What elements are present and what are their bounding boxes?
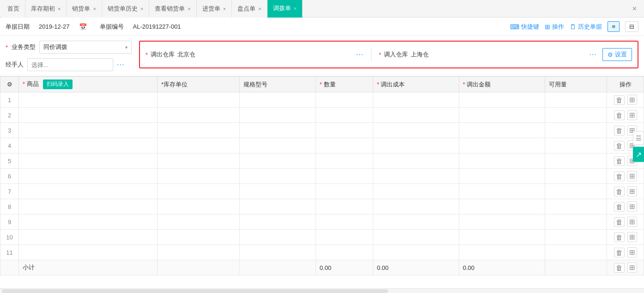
row-8-product[interactable] <box>19 199 158 214</box>
row-9-spec[interactable] <box>239 214 316 230</box>
tab-sales-history[interactable]: 销货单历史 × <box>102 0 149 18</box>
side-list-btn[interactable]: ☰ <box>633 131 644 145</box>
row-9-amount[interactable] <box>459 214 545 230</box>
row-11-product[interactable] <box>19 245 158 260</box>
handler-input[interactable] <box>27 58 113 71</box>
row-11-available[interactable] <box>545 245 607 260</box>
row-9-qty[interactable] <box>316 214 373 230</box>
row-1-qty[interactable] <box>316 92 373 108</box>
tab-inventory-init-close[interactable]: × <box>58 6 61 12</box>
copy-row-1-btn[interactable]: ⊞ <box>627 95 637 105</box>
row-11-spec[interactable] <box>239 245 316 260</box>
warehouse-out-more-btn[interactable]: ··· <box>356 50 364 59</box>
row-6-available[interactable] <box>545 169 607 184</box>
view-toggle-list-btn[interactable]: ≡ <box>608 21 620 32</box>
business-type-select[interactable]: 同价调拨 ▾ <box>39 41 132 54</box>
row-3-spec[interactable] <box>239 123 316 138</box>
tab-view-sales-close[interactable]: × <box>188 6 190 12</box>
row-1-cost[interactable] <box>373 92 459 108</box>
row-7-amount[interactable] <box>459 184 545 199</box>
th-gear[interactable]: ⚙ <box>0 77 19 92</box>
row-7-qty[interactable] <box>316 184 373 199</box>
tab-view-sales[interactable]: 查看销货单 × <box>149 0 196 18</box>
tab-inventory-check[interactable]: 盘点单 × <box>232 0 267 18</box>
delete-row-3-btn[interactable]: 🗑 <box>614 126 625 135</box>
row-2-unit[interactable] <box>158 108 239 123</box>
row-5-unit[interactable] <box>158 153 239 169</box>
row-2-spec[interactable] <box>239 108 316 123</box>
row-6-cost[interactable] <box>373 169 459 184</box>
row-7-product[interactable] <box>19 184 158 199</box>
row-9-cost[interactable] <box>373 214 459 230</box>
row-5-product[interactable] <box>19 153 158 169</box>
row-6-qty[interactable] <box>316 169 373 184</box>
row-7-unit[interactable] <box>158 184 239 199</box>
handler-more-btn[interactable]: ··· <box>117 61 124 69</box>
copy-row-8-btn[interactable]: ⊞ <box>627 201 637 212</box>
history-btn[interactable]: 🗒 历史单据 <box>570 23 602 31</box>
row-2-available[interactable] <box>545 108 607 123</box>
row-7-available[interactable] <box>545 184 607 199</box>
row-6-unit[interactable] <box>158 169 239 184</box>
row-9-unit[interactable] <box>158 214 239 230</box>
row-2-product[interactable] <box>19 108 158 123</box>
row-4-amount[interactable] <box>459 138 545 153</box>
row-8-cost[interactable] <box>373 199 459 214</box>
delete-row-7-btn[interactable]: 🗑 <box>614 187 625 196</box>
row-3-cost[interactable] <box>373 123 459 138</box>
tab-purchase-close[interactable]: × <box>223 6 226 12</box>
copy-row-10-btn[interactable]: ⊞ <box>627 232 637 242</box>
row-11-unit[interactable] <box>158 245 239 260</box>
row-7-spec[interactable] <box>239 184 316 199</box>
copy-row-11-btn[interactable]: ⊞ <box>627 247 637 257</box>
delete-row-8-btn[interactable]: 🗑 <box>614 202 625 212</box>
delete-row-11-btn[interactable]: 🗑 <box>614 248 625 257</box>
row-3-qty[interactable] <box>316 123 373 138</box>
row-10-available[interactable] <box>545 230 607 245</box>
delete-row-6-btn[interactable]: 🗑 <box>614 171 625 181</box>
delete-row-10-btn[interactable]: 🗑 <box>614 232 625 242</box>
row-11-amount[interactable] <box>459 245 545 260</box>
tab-transfer[interactable]: 调拨单 × <box>267 0 303 18</box>
row-5-available[interactable] <box>545 153 607 169</box>
tab-sales-order[interactable]: 销货单 × <box>67 0 102 18</box>
copy-row-9-btn[interactable]: ⊞ <box>627 217 637 227</box>
row-5-cost[interactable] <box>373 153 459 169</box>
warehouse-in-more-btn[interactable]: ··· <box>589 50 597 59</box>
row-4-spec[interactable] <box>239 138 316 153</box>
delete-row-9-btn[interactable]: 🗑 <box>614 217 625 227</box>
row-2-cost[interactable] <box>373 108 459 123</box>
subtotal-delete-btn[interactable]: 🗑 <box>614 263 625 273</box>
row-1-amount[interactable] <box>459 92 545 108</box>
row-4-product[interactable] <box>19 138 158 153</box>
settings-button[interactable]: ⚙ 设置 <box>602 48 632 61</box>
row-1-spec[interactable] <box>239 92 316 108</box>
copy-row-6-btn[interactable]: ⊞ <box>627 171 637 181</box>
row-9-product[interactable] <box>19 214 158 230</box>
copy-row-2-btn[interactable]: ⊞ <box>627 110 637 120</box>
row-10-qty[interactable] <box>316 230 373 245</box>
row-8-amount[interactable] <box>459 199 545 214</box>
scan-input-btn[interactable]: 扫码录入 <box>43 79 73 89</box>
delete-row-4-btn[interactable]: 🗑 <box>614 141 625 151</box>
scroll-bottom[interactable] <box>0 288 644 293</box>
row-1-available[interactable] <box>545 92 607 108</box>
tab-home[interactable]: 首页 <box>2 0 25 18</box>
row-10-spec[interactable] <box>239 230 316 245</box>
row-5-qty[interactable] <box>316 153 373 169</box>
row-6-product[interactable] <box>19 169 158 184</box>
row-3-amount[interactable] <box>459 123 545 138</box>
subtotal-copy-btn[interactable]: ⊞ <box>627 262 637 273</box>
delete-row-5-btn[interactable]: 🗑 <box>614 156 625 166</box>
row-10-unit[interactable] <box>158 230 239 245</box>
row-3-available[interactable] <box>545 123 607 138</box>
view-toggle-grid-btn[interactable]: ⊟ <box>625 21 638 32</box>
row-3-product[interactable] <box>19 123 158 138</box>
tab-transfer-close[interactable]: × <box>294 6 297 11</box>
tab-inventory-init[interactable]: 库存期初 × <box>25 0 67 18</box>
row-4-qty[interactable] <box>316 138 373 153</box>
row-1-unit[interactable] <box>158 92 239 108</box>
operations-btn[interactable]: ⊞ 操作 <box>545 23 564 31</box>
row-2-qty[interactable] <box>316 108 373 123</box>
delete-row-2-btn[interactable]: 🗑 <box>614 110 625 120</box>
